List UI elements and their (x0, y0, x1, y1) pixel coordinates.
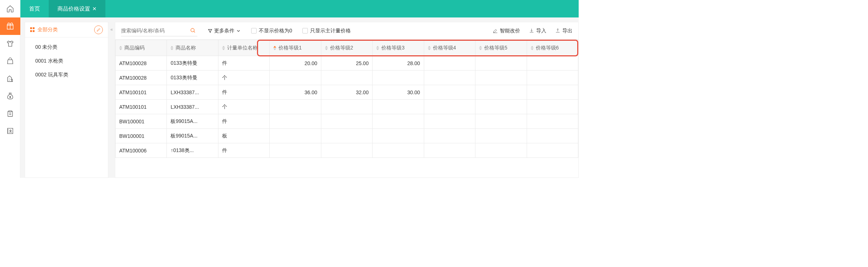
cell-price-1[interactable]: 36.00 (270, 85, 321, 100)
table-row[interactable]: ATM1000280133奥特曼件20.0025.0028.00 (116, 56, 578, 71)
rail-bag[interactable] (0, 52, 20, 70)
col-code[interactable]: 商品编码 (116, 40, 167, 56)
rail-gift[interactable] (0, 17, 20, 35)
rail-clipboard[interactable] (0, 105, 20, 122)
cell-price-5[interactable] (475, 143, 527, 158)
cell-price-1[interactable] (270, 143, 321, 158)
cell-price-4[interactable] (424, 100, 475, 114)
col-product-name[interactable]: 商品名称 (167, 40, 218, 56)
table-row[interactable]: BW100001板99015A...板 (116, 129, 578, 143)
table-scroll[interactable]: 商品编码 商品名称 计量单位名称 价格等级1 价格等级2 价格等级3 价格等级4… (115, 40, 578, 178)
cell-price-3[interactable] (373, 143, 424, 158)
table-header-row: 商品编码 商品名称 计量单位名称 价格等级1 价格等级2 价格等级3 价格等级4… (116, 40, 578, 56)
cell-price-4[interactable] (424, 114, 475, 129)
col-label: 价格等级2 (330, 45, 353, 51)
cell-price-4[interactable] (424, 85, 475, 100)
tab-home[interactable]: 首页 (20, 0, 49, 17)
rail-money[interactable] (0, 87, 20, 105)
cell-price-2[interactable] (321, 143, 372, 158)
cell-price-5[interactable] (475, 100, 527, 114)
cell-price-1[interactable] (270, 129, 321, 143)
close-icon[interactable]: ✕ (92, 6, 97, 12)
cell-unit: 件 (218, 56, 269, 71)
search-icon[interactable] (190, 28, 196, 33)
rail-building[interactable] (0, 70, 20, 87)
cell-price-2[interactable] (321, 129, 372, 143)
cell-price-5[interactable] (475, 71, 527, 85)
only-main-unit-checkbox[interactable]: 只显示主计量价格 (302, 28, 351, 34)
cell-price-2[interactable] (321, 114, 372, 129)
col-price-1[interactable]: 价格等级1 (270, 40, 321, 56)
col-price-5[interactable]: 价格等级5 (475, 40, 527, 56)
more-conditions-button[interactable]: 更多条件 (208, 28, 241, 34)
table-panel: 更多条件 不显示价格为0 只显示主计量价格 智能改价 (115, 22, 579, 178)
smart-edit-button[interactable]: 智能改价 (493, 28, 520, 34)
cell-price-6[interactable] (527, 114, 578, 129)
cell-price-2[interactable]: 25.00 (321, 56, 372, 71)
col-unit[interactable]: 计量单位名称 (218, 40, 269, 56)
cell-name: ↑0138奥... (167, 143, 218, 158)
rail-shirt[interactable] (0, 35, 20, 52)
cell-price-4[interactable] (424, 71, 475, 85)
col-price-4[interactable]: 价格等级4 (424, 40, 475, 56)
cell-price-3[interactable] (373, 100, 424, 114)
hide-zero-checkbox[interactable]: 不显示价格为0 (251, 28, 292, 34)
tab-bar: 首页 商品价格设置 ✕ (20, 0, 579, 17)
rail-home[interactable] (0, 0, 20, 17)
bag-icon (6, 57, 14, 65)
table-row[interactable]: ATM100101LXH33387...个 (116, 100, 578, 114)
col-price-6[interactable]: 价格等级6 (527, 40, 578, 56)
cell-price-3[interactable] (373, 71, 424, 85)
cell-price-1[interactable]: 20.00 (270, 56, 321, 71)
cell-price-1[interactable] (270, 100, 321, 114)
col-label: 商品名称 (176, 45, 196, 51)
cell-price-1[interactable] (270, 114, 321, 129)
cell-price-6[interactable] (527, 85, 578, 100)
cell-price-5[interactable] (475, 129, 527, 143)
home-icon (6, 5, 14, 13)
table-row[interactable]: ATM100006↑0138奥...件 (116, 143, 578, 158)
cell-price-3[interactable]: 30.00 (373, 85, 424, 100)
category-item[interactable]: 00 未分类 (25, 40, 108, 54)
table-row[interactable]: ATM1000280133奥特曼个 (116, 71, 578, 85)
search-input[interactable] (121, 25, 197, 36)
table-row[interactable]: BW100001板99015A...件 (116, 114, 578, 129)
category-item[interactable]: 0002 玩具车类 (25, 68, 108, 82)
cell-price-5[interactable] (475, 114, 527, 129)
collapse-sidebar-button[interactable]: « (108, 22, 115, 178)
cell-price-6[interactable] (527, 129, 578, 143)
col-label: 计量单位名称 (227, 45, 258, 51)
edit-category-button[interactable] (94, 25, 103, 34)
export-button[interactable]: 导出 (555, 28, 572, 34)
category-item[interactable]: 0001 水枪类 (25, 54, 108, 68)
cell-code: ATM100006 (116, 143, 167, 158)
cell-price-4[interactable] (424, 129, 475, 143)
cell-price-6[interactable] (527, 56, 578, 71)
clipboard-icon (6, 109, 14, 117)
checkbox-box (302, 28, 308, 33)
cell-price-3[interactable] (373, 114, 424, 129)
cell-unit: 件 (218, 143, 269, 158)
cell-price-6[interactable] (527, 143, 578, 158)
tab-price-settings[interactable]: 商品价格设置 ✕ (49, 0, 105, 17)
edit-icon (493, 28, 498, 33)
cell-price-2[interactable]: 32.00 (321, 85, 372, 100)
col-price-3[interactable]: 价格等级3 (373, 40, 424, 56)
cell-price-2[interactable] (321, 71, 372, 85)
cell-unit: 个 (218, 71, 269, 85)
cell-price-6[interactable] (527, 71, 578, 85)
table-row[interactable]: ATM100101LXH33387...件36.0032.0030.00 (116, 85, 578, 100)
cell-price-5[interactable] (475, 85, 527, 100)
cell-price-3[interactable] (373, 129, 424, 143)
cell-price-5[interactable] (475, 56, 527, 71)
cell-price-1[interactable] (270, 71, 321, 85)
col-price-2[interactable]: 价格等级2 (321, 40, 372, 56)
cell-price-4[interactable] (424, 56, 475, 71)
import-button[interactable]: 导入 (529, 28, 546, 34)
cell-price-2[interactable] (321, 100, 372, 114)
rail-contact[interactable] (0, 122, 20, 140)
cell-price-6[interactable] (527, 100, 578, 114)
building-icon (6, 75, 14, 83)
cell-price-4[interactable] (424, 143, 475, 158)
cell-price-3[interactable]: 28.00 (373, 56, 424, 71)
